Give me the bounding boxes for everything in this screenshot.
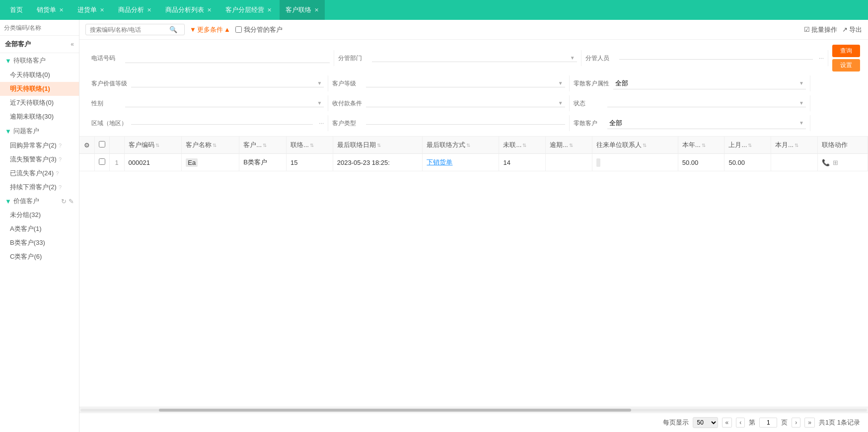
more-conditions-btn[interactable]: ▼ 更多条件 ▲ bbox=[190, 25, 230, 34]
sort-unreached-icon[interactable]: ⇅ bbox=[522, 143, 526, 148]
nav-product-analysis-list[interactable]: 商品分析列表 ✕ bbox=[159, 0, 217, 20]
retail-customer-select[interactable]: 全部 ▼ bbox=[607, 118, 806, 129]
sidebar-item-tomorrow-pending[interactable]: 明天待联络(1) bbox=[0, 82, 79, 96]
sidebar-item-7days-pending[interactable]: 近7天待联络(0) bbox=[0, 96, 79, 110]
nav-close-purchase-order[interactable]: ✕ bbox=[100, 7, 104, 13]
sidebar-all-customers[interactable]: 全部客户 « bbox=[0, 36, 79, 53]
branch-person-select[interactable] bbox=[619, 57, 813, 60]
prev-page-btn[interactable]: ‹ bbox=[736, 418, 745, 428]
payment-select[interactable]: ▼ bbox=[366, 99, 565, 107]
sidebar-group-problem[interactable]: ▼ 问题客户 bbox=[0, 124, 79, 139]
sidebar-search-input[interactable] bbox=[4, 24, 78, 31]
row-unreached: 14 bbox=[499, 154, 546, 171]
sort-this-month-icon[interactable]: ⇅ bbox=[795, 143, 798, 148]
sort-overdue-icon[interactable]: ⇅ bbox=[569, 143, 573, 148]
query-button[interactable]: 查询 bbox=[832, 45, 860, 57]
nav-purchase-order[interactable]: 进货单 ✕ bbox=[72, 0, 110, 20]
nav-close-product-analysis[interactable]: ✕ bbox=[147, 7, 151, 13]
region-select[interactable] bbox=[131, 122, 313, 125]
customer-value-level-select[interactable]: ▼ bbox=[131, 79, 324, 87]
sort-code-icon[interactable]: ⇅ bbox=[155, 143, 159, 148]
refresh-value-icon[interactable]: ↻ bbox=[61, 198, 67, 205]
sidebar-item-class-b[interactable]: B类客户(33) bbox=[0, 236, 79, 250]
export-btn[interactable]: ↗ 导出 bbox=[842, 25, 862, 34]
gender-select[interactable]: ▼ bbox=[125, 99, 324, 107]
branch-dept-select[interactable]: ▼ bbox=[372, 54, 577, 62]
retail-attr-select[interactable]: 全部 ▼ bbox=[613, 78, 806, 89]
filter-customer-level: 客户等级 ▼ bbox=[328, 75, 569, 91]
export-icon: ↗ bbox=[842, 26, 848, 33]
filter-payment: 收付款条件 ▼ bbox=[328, 95, 569, 111]
sort-contact-icon[interactable]: ⇅ bbox=[310, 143, 314, 148]
filter-icon: ▼ bbox=[190, 26, 196, 33]
table-footer: 每页显示 50 100 200 « ‹ 第 页 › » 共1页 1条记录 bbox=[79, 413, 868, 432]
horizontal-scrollbar[interactable] bbox=[79, 407, 868, 413]
sort-date-icon[interactable]: ⇅ bbox=[377, 143, 381, 148]
row-action: 📞 ⊞ bbox=[817, 154, 868, 171]
status-select[interactable]: ▼ bbox=[607, 99, 806, 107]
batch-op-btn[interactable]: ☑ 批量操作 bbox=[804, 25, 837, 34]
scrollbar-track bbox=[80, 409, 867, 412]
region-more[interactable]: ··· bbox=[319, 120, 324, 127]
sidebar-item-churn-warning[interactable]: 流失预警客户(3) ? bbox=[0, 152, 79, 166]
row-check[interactable] bbox=[99, 158, 105, 165]
nav-close-sales-order[interactable]: ✕ bbox=[59, 7, 64, 13]
branch-person-more[interactable]: ··· bbox=[819, 55, 824, 62]
sidebar-item-today-pending[interactable]: 今天待联络(0) bbox=[0, 68, 79, 82]
sidebar-item-ungrouped[interactable]: 未分组(32) bbox=[0, 208, 79, 222]
scrollbar-thumb[interactable] bbox=[159, 409, 631, 412]
search-input[interactable] bbox=[90, 26, 169, 33]
dropdown-arrow-1: ▼ bbox=[570, 55, 575, 61]
col-last-contact-method: 最后联络方式 ⇅ bbox=[423, 137, 499, 154]
edit-value-icon[interactable]: ✎ bbox=[69, 198, 74, 205]
sidebar-item-declining[interactable]: 持续下滑客户(2) ? bbox=[0, 180, 79, 194]
next-page-btn[interactable]: › bbox=[792, 418, 800, 428]
batch-op-check-icon: ☑ bbox=[804, 26, 810, 33]
row-checkbox[interactable] bbox=[94, 154, 109, 171]
sidebar-item-overdue-pending[interactable]: 逾期未联络(30) bbox=[0, 110, 79, 124]
nav-close-product-analysis-list[interactable]: ✕ bbox=[207, 7, 212, 13]
filter-retail-customer: 零散客户 全部 ▼ bbox=[570, 115, 810, 131]
phone-input[interactable] bbox=[125, 54, 330, 63]
customer-type-select[interactable] bbox=[366, 122, 565, 125]
sort-name-icon[interactable]: ⇅ bbox=[213, 143, 217, 148]
nav-customer-contact[interactable]: 客户联络 ✕ bbox=[280, 0, 325, 20]
col-no bbox=[109, 137, 124, 154]
last-page-btn[interactable]: » bbox=[804, 418, 815, 428]
customer-level-select[interactable]: ▼ bbox=[366, 79, 565, 87]
sidebar-group-pending[interactable]: ▼ 待联络客户 bbox=[0, 53, 79, 68]
search-icon[interactable]: 🔍 bbox=[169, 26, 177, 33]
dropdown-arrow-7: ▼ bbox=[799, 100, 804, 106]
select-all-checkbox[interactable] bbox=[99, 141, 105, 147]
sidebar-item-class-a[interactable]: A类客户(1) bbox=[0, 222, 79, 236]
sort-this-year-icon[interactable]: ⇅ bbox=[702, 143, 706, 148]
col-checkbox[interactable] bbox=[94, 137, 109, 154]
sidebar-item-churned[interactable]: 已流失客户(24) ? bbox=[0, 166, 79, 180]
collapse-icon[interactable]: « bbox=[71, 41, 74, 48]
reset-button[interactable]: 设置 bbox=[832, 59, 860, 72]
sort-method-icon[interactable]: ⇅ bbox=[466, 143, 470, 148]
nav-close-customer-contact[interactable]: ✕ bbox=[314, 7, 319, 13]
arrow-icon-2: ▼ bbox=[5, 128, 11, 135]
my-customers-checkbox[interactable]: 我分管的客户 bbox=[235, 25, 283, 34]
first-page-btn[interactable]: « bbox=[722, 418, 732, 428]
nav-product-analysis[interactable]: 商品分析 ✕ bbox=[112, 0, 157, 20]
nav-customer-layered[interactable]: 客户分层经营 ✕ bbox=[219, 0, 278, 20]
action-phone-icon[interactable]: 📞 bbox=[822, 159, 830, 166]
nav-home[interactable]: 首页 bbox=[4, 0, 29, 20]
col-last-month: 上月... ⇅ bbox=[724, 137, 771, 154]
nav-close-customer-layered[interactable]: ✕ bbox=[267, 7, 272, 13]
page-size-select[interactable]: 50 100 200 bbox=[693, 417, 718, 428]
sidebar-item-class-c[interactable]: C类客户(6) bbox=[0, 250, 79, 264]
sidebar-item-repurchase-abnormal[interactable]: 回购异常客户(2) ? bbox=[0, 139, 79, 152]
nav-sales-order[interactable]: 销货单 ✕ bbox=[31, 0, 70, 20]
dropdown-arrow-5: ▼ bbox=[317, 100, 322, 106]
col-settings[interactable]: ⚙ bbox=[79, 137, 94, 154]
my-customers-check[interactable] bbox=[235, 26, 242, 33]
sidebar-group-value[interactable]: ▼ 价值客户 bbox=[5, 197, 39, 206]
sort-last-month-icon[interactable]: ⇅ bbox=[748, 143, 752, 148]
page-input[interactable] bbox=[759, 418, 777, 428]
sort-contacts-icon[interactable]: ⇅ bbox=[643, 143, 647, 148]
sort-type-icon[interactable]: ⇅ bbox=[263, 143, 267, 148]
action-qr-icon[interactable]: ⊞ bbox=[833, 159, 838, 166]
